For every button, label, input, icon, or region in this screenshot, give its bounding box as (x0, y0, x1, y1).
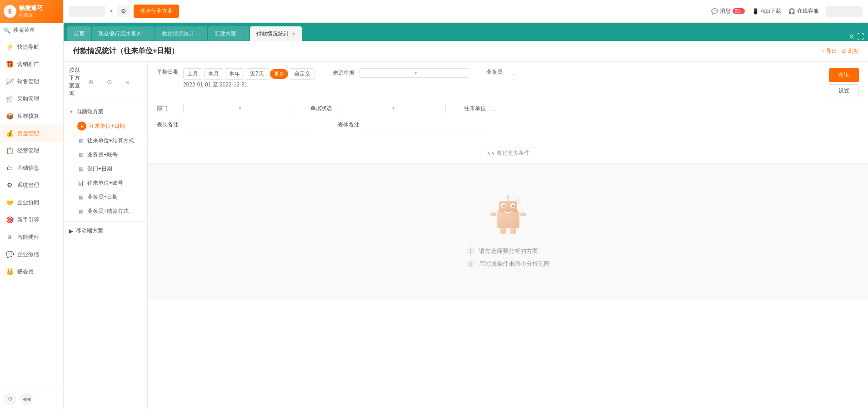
mobile-scheme-title[interactable]: ▶ 移动端方案 (64, 224, 147, 237)
add-scheme-icon[interactable]: ⊕ (88, 78, 105, 86)
date-btn-last-month[interactable]: 上月 (183, 68, 202, 80)
system-icon: ⚙ (5, 181, 14, 189)
date-btn-this-month[interactable]: 本月 (204, 68, 223, 80)
body-note-input[interactable] (364, 120, 491, 130)
date-filter-label: 单据日期 (157, 68, 180, 76)
online-service-action[interactable]: 🎧 在线客服 (788, 7, 819, 15)
sidebar-item-enterprise[interactable]: 🤝 企业协同 (0, 194, 63, 211)
finance-icon: 💰 (5, 129, 14, 137)
app-name: 畅捷通巧 (19, 5, 43, 12)
svg-rect-6 (490, 212, 496, 216)
tab-payment-stats[interactable]: 付款情况统计 ✕ (250, 26, 302, 41)
sidebar-item-operations[interactable]: 📋 经营管理 (0, 142, 63, 159)
empty-illustration (485, 192, 531, 237)
tab-bank-flow[interactable]: 现金银行流水查询 ✕ (92, 26, 155, 41)
sidebar-item-inventory[interactable]: 📦 库存核算 (0, 107, 63, 125)
scheme-item-label: 业务员+日期 (87, 193, 118, 201)
dept-select[interactable]: ▼ (183, 104, 292, 113)
operations-icon: 📋 (5, 146, 14, 155)
tab-collection-stats[interactable]: 收款情况统计 ✕ (155, 26, 207, 41)
tab-close-bank-flow[interactable]: ✕ (145, 31, 148, 36)
scheme-panel-label: 按以下方案查询 (69, 66, 85, 97)
logo-icon: 6 (4, 5, 16, 18)
date-btn-this-year[interactable]: 本年 (225, 68, 244, 80)
filter-row-1: 单据日期 上月 本月 本年 近7天 更多 自定义 (157, 68, 859, 97)
app-download-action[interactable]: 📱 App下载 (752, 7, 781, 15)
scheme-item-staff-account[interactable]: ▦ 业务员+账号 (64, 148, 147, 162)
staff-dots[interactable]: ... (513, 69, 518, 76)
search-menu-label: 搜索菜单 (13, 26, 35, 34)
sidebar-item-guide[interactable]: 🎯 新手引导 (0, 211, 63, 228)
export-btn[interactable]: ↑ 导出 (822, 47, 837, 55)
query-button[interactable]: 查询 (829, 68, 859, 82)
collapse-conditions-btn[interactable]: ∧∧ 收起更多条件 (480, 147, 536, 159)
sidebar-item-label: 系统管理 (17, 182, 39, 189)
scheme-item-unit-date[interactable]: ● 往来单位+日期 (64, 118, 147, 134)
sidebar-item-basic-info[interactable]: 🗂 基础信息 (0, 159, 63, 177)
settings-button[interactable]: 设置 (829, 84, 859, 97)
svg-point-4 (503, 205, 505, 207)
sidebar: 6 畅捷通巧 标准版 🔍 搜索菜单 ⚡ 快捷导航 🎁 营销推广 📈 销售管理 (0, 0, 64, 409)
user-avatar (69, 6, 105, 17)
sidebar-item-label: 营销推广 (17, 61, 39, 68)
scheme-item-chart-icon: 📊 (77, 180, 85, 187)
scheme-item-label: 往来单位+日期 (89, 122, 125, 130)
staff-filter-group: 业务员 ... (486, 68, 518, 76)
messages-action[interactable]: 💬 消息 99+ (711, 7, 745, 15)
sidebar-item-label: 基础信息 (17, 164, 39, 172)
sidebar-item-system[interactable]: ⚙ 系统管理 (0, 177, 63, 194)
pc-scheme-title[interactable]: ▼ 电脑端方案 (64, 105, 147, 118)
scheme-item-staff-settle[interactable]: ▦ 业务员+结算方式 (64, 204, 147, 218)
scheme-item-dept-date[interactable]: ▦ 部门+日期 (64, 162, 147, 176)
source-select[interactable]: ▼ (359, 68, 468, 78)
tab-expand-btn[interactable]: ⛶ (857, 33, 864, 41)
collapse-scheme-icon[interactable]: « (126, 78, 142, 86)
date-btn-more[interactable]: 更多 (270, 69, 288, 79)
basic-info-icon: 🗂 (5, 164, 14, 172)
sidebar-item-marketing[interactable]: 🎁 营销推广 (0, 56, 63, 73)
header-note-input[interactable] (183, 120, 310, 130)
sidebar-item-purchase[interactable]: 🛒 采购管理 (0, 90, 63, 107)
marketing-icon: 🎁 (5, 60, 14, 68)
sidebar-item-wechat[interactable]: 💬 企业微信 (0, 246, 63, 263)
purchase-icon: 🛒 (5, 95, 14, 103)
scheme-item-unit-account[interactable]: 📊 往来单位+账号 (64, 176, 147, 190)
sidebar-item-quick-nav[interactable]: ⚡ 快捷导航 (0, 38, 63, 56)
date-range-display: 2022-01-01 至 2022-12-31 (183, 81, 314, 89)
scheme-item-icon: ▦ (77, 208, 85, 215)
search-menu[interactable]: 🔍 搜索菜单 (0, 23, 63, 38)
date-btn-custom[interactable]: 自定义 (290, 68, 314, 80)
collapse-bar: ∧∧ 收起更多条件 (148, 143, 868, 163)
date-btn-7days[interactable]: 近7天 (246, 68, 268, 80)
mobile-section-arrow-icon: ▶ (69, 228, 73, 234)
sidebar-item-label: 销售管理 (17, 78, 39, 86)
scheme-item-unit-settle[interactable]: ▦ 往来单位+结算方式 (64, 134, 147, 148)
tab-close-payment-stats[interactable]: ✕ (292, 31, 295, 36)
tab-close-all-btn[interactable]: ✕ (848, 32, 854, 41)
scheme-panel: 按以下方案查询 ⊕ ⊙ « ▼ 电脑端方案 ● 往来单位+日期 (64, 62, 148, 409)
collapse-sidebar-btn[interactable]: ◀◀ (20, 393, 33, 405)
vip-icon: 👑 (5, 268, 14, 276)
settings-icon[interactable]: ⚙ (117, 5, 130, 18)
dropdown-arrow-icon[interactable]: ▼ (109, 9, 114, 14)
sidebar-item-vip[interactable]: 👑 畅会员 (0, 263, 63, 280)
top-bar-left: ▼ ⚙ 体验行业方案 (69, 5, 708, 18)
dept-label: 部门 (157, 105, 180, 112)
partner-dots[interactable]: ... (490, 105, 496, 112)
tab-new-scheme[interactable]: 新建方案 ✕ (208, 26, 249, 41)
scheme-item-staff-date[interactable]: ▦ 业务员+日期 (64, 190, 147, 204)
empty-state: 1 请先选择要分析的方案 2 用过滤条件来缩小分析范围 (148, 165, 868, 296)
refresh-btn[interactable]: ↺ 刷新 (842, 47, 859, 55)
tab-home[interactable]: 首页 (67, 26, 91, 41)
settings-footer-btn[interactable]: ⚙ (4, 393, 16, 405)
industry-btn[interactable]: 体验行业方案 (134, 5, 179, 18)
sidebar-item-sales[interactable]: 📈 销售管理 (0, 73, 63, 90)
tab-close-new-scheme[interactable]: ✕ (239, 31, 243, 36)
scheme-settings-icon[interactable]: ⊙ (107, 78, 123, 86)
sidebar-item-finance[interactable]: 💰 资金管理 (0, 125, 63, 142)
app-download-label: App下载 (761, 7, 781, 15)
tab-close-collection-stats[interactable]: ✕ (197, 31, 201, 36)
data-section: 1 请先选择要分析的方案 2 用过滤条件来缩小分析范围 (148, 163, 868, 299)
bill-status-select[interactable]: ▼ (337, 104, 446, 113)
sidebar-item-hardware[interactable]: 🖥 智能硬件 (0, 228, 63, 246)
